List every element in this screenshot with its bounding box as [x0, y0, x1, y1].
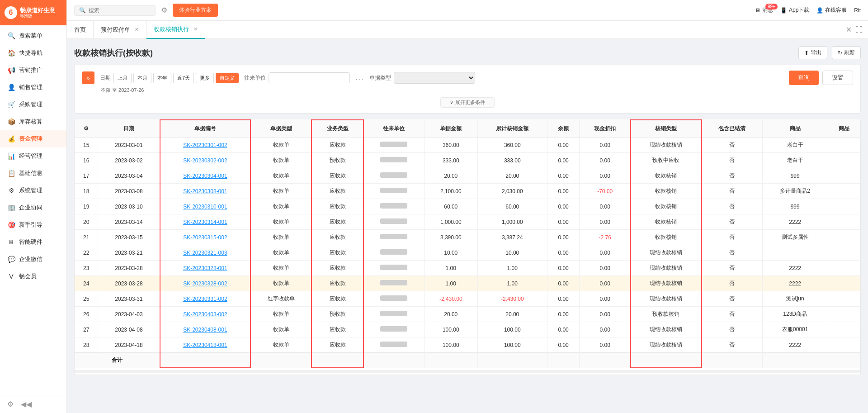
- cell-canceltype: 预收款核销: [631, 307, 701, 322]
- cell-canceltype: 现结收款核销: [631, 245, 701, 261]
- tabbar: 首页 预付应付单 ✕ 收款核销执行 ✕ ✕ ⛶: [67, 21, 868, 39]
- settings-btn[interactable]: 设置: [822, 71, 853, 85]
- doctype-select[interactable]: [394, 72, 475, 84]
- cell-settled: 否: [702, 261, 763, 276]
- tab-prepayment[interactable]: 预付应付单 ✕: [94, 21, 146, 39]
- btn-more-dates[interactable]: 更多: [196, 73, 214, 83]
- cell-docno[interactable]: SK-20230314-001: [160, 214, 250, 230]
- col-settings-head[interactable]: ⚙: [75, 120, 98, 138]
- cell-docno[interactable]: SK-20230328-002: [160, 276, 250, 291]
- partner-input[interactable]: [269, 72, 350, 83]
- topbar-gear-icon[interactable]: ⚙: [161, 6, 167, 14]
- cell-cumamt: 10.00: [477, 245, 547, 261]
- cell-docno[interactable]: SK-20230328-001: [160, 261, 250, 276]
- cell-cumamt: 20.00: [477, 307, 547, 322]
- cell-partner: [363, 168, 425, 184]
- cell-docno[interactable]: SK-20230321-003: [160, 245, 250, 261]
- nav-label-enterprise: 企业协同: [19, 204, 42, 212]
- cell-canceltype: 收款核销: [631, 184, 701, 199]
- sidebar-item-guide[interactable]: 🎯新手引导: [0, 216, 66, 233]
- cell-partner: [363, 199, 425, 214]
- sidebar-item-finance[interactable]: 💰资金管理: [0, 130, 66, 147]
- nav-icon-sales: 👤: [7, 83, 15, 91]
- cell-docno[interactable]: SK-20230418-001: [160, 337, 250, 353]
- btn-last-month[interactable]: 上月: [113, 73, 132, 83]
- close-prepayment-tab[interactable]: ✕: [135, 27, 139, 33]
- cell-docno[interactable]: SK-20230408-001: [160, 322, 250, 337]
- table-wrap: ⚙ 日期 单据编号 单据类型 业务类型 往来单位 单据金额 累计核销金额 余额 …: [74, 119, 861, 375]
- cell-discount: 0.00: [580, 245, 631, 261]
- btn-this-year[interactable]: 本年: [153, 73, 171, 83]
- sidebar-item-purchase[interactable]: 🛒采购管理: [0, 96, 66, 113]
- sidebar-item-search[interactable]: 🔍搜索菜单: [0, 27, 66, 44]
- cell-docno[interactable]: SK-20230302-002: [160, 153, 250, 168]
- cell-doctype: 收款单: [250, 230, 311, 245]
- topbar-msg[interactable]: 🖥 消息 99+: [755, 6, 773, 14]
- sidebar-item-member[interactable]: V畅会员: [0, 268, 66, 285]
- export-btn[interactable]: ⬆ 导出: [798, 46, 827, 59]
- sidebar-item-hardware[interactable]: 🖥智能硬件: [0, 233, 66, 251]
- settings-icon[interactable]: ⚙: [7, 400, 14, 408]
- sidebar-item-system[interactable]: ⚙系统管理: [0, 182, 66, 199]
- cell-docno[interactable]: SK-20230331-002: [160, 291, 250, 307]
- expand-more-btn[interactable]: ∨ 展开更多条件: [440, 97, 495, 108]
- topbar-search-box[interactable]: 🔍: [74, 5, 156, 16]
- nav-icon-hardware: 🖥: [7, 238, 15, 246]
- cell-product2: [828, 214, 860, 230]
- topbar-service[interactable]: 👤 在线客服: [816, 6, 847, 14]
- cell-date: 2023-04-18: [98, 337, 160, 353]
- collapse-icon[interactable]: ◀◀: [21, 400, 32, 408]
- cell-partner: [363, 276, 425, 291]
- btn-custom-date[interactable]: 自定义: [216, 73, 239, 83]
- query-btn[interactable]: 查询: [789, 71, 819, 85]
- btn-this-month[interactable]: 本月: [133, 73, 151, 83]
- cell-settled: 否: [702, 307, 763, 322]
- sidebar-item-quick[interactable]: 🏠快捷导航: [0, 44, 66, 62]
- tab-collection[interactable]: 收款核销执行 ✕: [146, 21, 205, 39]
- cell-docno[interactable]: SK-20230315-002: [160, 230, 250, 245]
- cell-discount: 0.00: [580, 168, 631, 184]
- cell-docno[interactable]: SK-20230403-002: [160, 307, 250, 322]
- sidebar-item-sales[interactable]: 👤销售管理: [0, 79, 66, 96]
- cell-docno[interactable]: SK-20230310-001: [160, 199, 250, 214]
- page-title: 收款核销执行(按收款): [74, 47, 153, 58]
- btn-7days[interactable]: 近7天: [173, 73, 194, 83]
- sidebar-item-basic[interactable]: 📋基础信息: [0, 165, 66, 182]
- cell-settled: 否: [702, 153, 763, 168]
- msg-badge: 99+: [765, 4, 778, 9]
- col-product-head: 商品: [762, 120, 828, 138]
- nav-icon-operation: 📊: [7, 152, 15, 160]
- topbar-user[interactable]: Rit: [854, 7, 861, 14]
- cell-docno[interactable]: SK-20230304-001: [160, 168, 250, 184]
- sidebar-item-enterprise[interactable]: 🏢企业协同: [0, 199, 66, 216]
- cell-biztype: 应收款: [311, 245, 363, 261]
- tab-close-btn[interactable]: ✕: [846, 25, 852, 34]
- cell-cumamt: -2,430.00: [477, 291, 547, 307]
- cell-partner: [363, 230, 425, 245]
- table-row: 20 2023-03-14 SK-20230314-001 收款单 应收款 1,…: [75, 214, 860, 230]
- close-collection-tab[interactable]: ✕: [193, 26, 198, 32]
- sidebar-item-operation[interactable]: 📊经营管理: [0, 147, 66, 165]
- nav-label-member: 畅会员: [19, 272, 37, 280]
- industry-btn[interactable]: 体验行业方案: [173, 4, 218, 17]
- tab-expand-btn[interactable]: ⛶: [855, 26, 863, 34]
- cell-docno[interactable]: SK-20230301-002: [160, 138, 250, 153]
- cell-docno[interactable]: SK-20230308-001: [160, 184, 250, 199]
- table-scrollbar[interactable]: [75, 370, 860, 373]
- tab-home[interactable]: 首页: [67, 21, 94, 39]
- cell-partner: [363, 184, 425, 199]
- footer-product2: [828, 353, 860, 368]
- cell-discount: 0.00: [580, 276, 631, 291]
- cell-canceltype: 现结收款核销: [631, 261, 701, 276]
- topbar-app[interactable]: 📱 App下载: [780, 6, 809, 14]
- cell-amount: 100.00: [424, 322, 477, 337]
- footer-label: 合计: [75, 353, 160, 368]
- sidebar-item-inventory[interactable]: 📦库存核算: [0, 113, 66, 130]
- sidebar-item-marketing[interactable]: 📢营销推广: [0, 62, 66, 79]
- cell-biztype: 应收款: [311, 276, 363, 291]
- cell-amount: 2,100.00: [424, 184, 477, 199]
- refresh-btn[interactable]: ↻ 刷新: [832, 46, 861, 59]
- filter-expand-btn[interactable]: »: [82, 71, 94, 84]
- search-input[interactable]: [89, 7, 143, 14]
- sidebar-item-wechat[interactable]: 💬企业微信: [0, 251, 66, 268]
